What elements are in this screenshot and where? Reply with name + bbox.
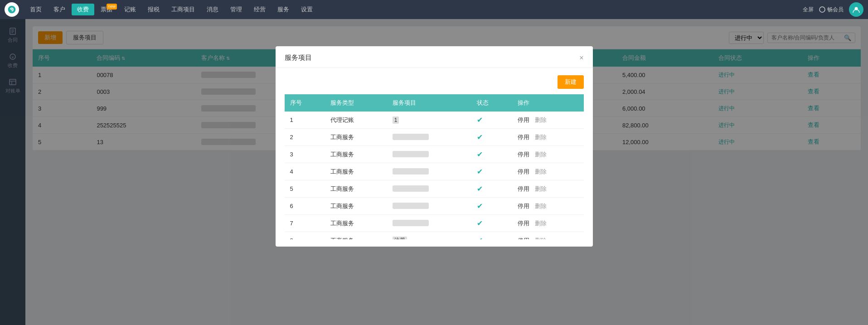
modal-col-seq: 序号 xyxy=(285,94,325,112)
modal-cell-seq: 6 xyxy=(285,198,325,215)
modal-cell-status: ✔ xyxy=(471,198,512,215)
delete-btn[interactable]: 删除 xyxy=(535,116,547,123)
disable-btn[interactable]: 停用 xyxy=(518,203,529,209)
disable-btn[interactable]: 停用 xyxy=(518,151,529,158)
app-logo xyxy=(5,2,19,17)
modal-table-row: 7 工商服务 ✔ 停用 删除 xyxy=(285,215,584,232)
new-badge: new xyxy=(107,4,117,10)
modal-cell-status: ✔ xyxy=(471,112,512,129)
modal-header: 服务项目 × xyxy=(276,46,593,68)
modal-cell-type: 工商服务 xyxy=(325,163,387,180)
modal-cell-actions: 停用 删除 xyxy=(512,129,583,146)
modal-col-type: 服务类型 xyxy=(325,94,387,112)
modal-col-item: 服务项目 xyxy=(387,94,472,112)
nav-bookkeeping[interactable]: 记账 xyxy=(119,4,141,15)
nav-tax[interactable]: 报税 xyxy=(142,4,165,15)
disable-btn[interactable]: 停用 xyxy=(518,185,529,192)
modal-cell-status: ✔ xyxy=(471,129,512,146)
modal-cell-actions: 停用 删除 xyxy=(512,215,583,232)
top-navigation: 首页 客户 收费 票据 new 记账 报税 工商项目 消息 管理 经营 服务 设… xyxy=(0,0,868,19)
modal-overlay[interactable]: 服务项目 × 新建 序号 服务类型 服务项目 状态 操作 xyxy=(0,19,868,325)
modal-toolbar: 新建 xyxy=(285,75,584,89)
modal-table-row: 6 工商服务 ✔ 停用 删除 xyxy=(285,198,584,215)
nav-manage[interactable]: 管理 xyxy=(225,4,247,15)
modal-cell-seq: 2 xyxy=(285,129,325,146)
modal-body: 新建 序号 服务类型 服务项目 状态 操作 1 代理记账 1 ✔ xyxy=(276,68,593,247)
nav-ticket[interactable]: 票据 new xyxy=(95,4,118,15)
modal-cell-status: ✔ xyxy=(471,215,512,232)
modal-cell-status: ✔ xyxy=(471,232,512,240)
disable-btn[interactable]: 停用 xyxy=(518,168,529,175)
disable-btn[interactable]: 停用 xyxy=(518,116,529,123)
modal-cell-seq: 3 xyxy=(285,146,325,163)
svg-point-2 xyxy=(820,7,825,12)
delete-btn[interactable]: 删除 xyxy=(535,237,547,240)
delete-btn[interactable]: 删除 xyxy=(535,134,547,141)
user-avatar[interactable] xyxy=(849,2,863,17)
modal-cell-status: ✔ xyxy=(471,180,512,198)
modal-cell-item xyxy=(387,180,472,198)
nav-settings[interactable]: 设置 xyxy=(296,4,318,15)
modal-service-table: 序号 服务类型 服务项目 状态 操作 1 代理记账 1 ✔ 停用 删除 2 工商… xyxy=(285,94,584,239)
modal-table-row: 1 代理记账 1 ✔ 停用 删除 xyxy=(285,112,584,129)
delete-btn[interactable]: 删除 xyxy=(535,168,547,175)
nav-service[interactable]: 服务 xyxy=(272,4,295,15)
nav-business[interactable]: 工商项目 xyxy=(166,4,200,15)
modal-cell-actions: 停用 删除 xyxy=(512,112,583,129)
modal-cell-item xyxy=(387,129,472,146)
member-btn[interactable]: 畅会员 xyxy=(819,6,844,14)
modal-cell-actions: 停用 删除 xyxy=(512,198,583,215)
top-nav-right: 全屏 畅会员 xyxy=(803,2,863,17)
modal-cell-actions: 停用 删除 xyxy=(512,163,583,180)
disable-btn[interactable]: 停用 xyxy=(518,237,529,240)
modal-cell-type: 代理记账 xyxy=(325,112,387,129)
modal-cell-type: 工商服务 xyxy=(325,198,387,215)
modal-col-status: 状态 xyxy=(471,94,512,112)
disable-btn[interactable]: 停用 xyxy=(518,134,529,141)
modal-cell-item xyxy=(387,198,472,215)
modal-table-row: 3 工商服务 ✔ 停用 删除 xyxy=(285,146,584,163)
modal-cell-actions: 停用 删除 xyxy=(512,146,583,163)
delete-btn[interactable]: 删除 xyxy=(535,151,547,158)
modal-title: 服务项目 xyxy=(285,53,312,62)
modal-table-container: 序号 服务类型 服务项目 状态 操作 1 代理记账 1 ✔ 停用 删除 2 工商… xyxy=(285,94,584,239)
modal-cell-type: 工商服务 xyxy=(325,180,387,198)
modal-cell-type: 工商服务 xyxy=(325,215,387,232)
modal-table-row: 5 工商服务 ✔ 停用 删除 xyxy=(285,180,584,198)
service-modal: 服务项目 × 新建 序号 服务类型 服务项目 状态 操作 xyxy=(276,46,593,247)
modal-cell-status: ✔ xyxy=(471,146,512,163)
modal-close-button[interactable]: × xyxy=(579,54,583,62)
nav-operation[interactable]: 经营 xyxy=(248,4,271,15)
modal-cell-status: ✔ xyxy=(471,163,512,180)
modal-cell-type: 工商服务 xyxy=(325,146,387,163)
modal-cell-item: 1 xyxy=(387,112,472,129)
modal-cell-seq: 8 xyxy=(285,232,325,240)
nav-home[interactable]: 首页 xyxy=(24,4,47,15)
modal-col-action: 操作 xyxy=(512,94,583,112)
disable-btn[interactable]: 停用 xyxy=(518,220,529,227)
modal-cell-item xyxy=(387,146,472,163)
nav-message[interactable]: 消息 xyxy=(201,4,224,15)
nav-customer[interactable]: 客户 xyxy=(48,4,71,15)
delete-btn[interactable]: 删除 xyxy=(535,203,547,209)
nav-fee[interactable]: 收费 xyxy=(72,4,94,15)
modal-cell-seq: 5 xyxy=(285,180,325,198)
modal-cell-item xyxy=(387,215,472,232)
modal-cell-item xyxy=(387,163,472,180)
nav-menu: 首页 客户 收费 票据 new 记账 报税 工商项目 消息 管理 经营 服务 设… xyxy=(24,4,803,15)
fullscreen-btn[interactable]: 全屏 xyxy=(803,6,814,14)
modal-cell-actions: 停用 删除 xyxy=(512,180,583,198)
modal-table-row: 8 工商服务 注册 ✔ 停用 删除 xyxy=(285,232,584,240)
modal-cell-seq: 7 xyxy=(285,215,325,232)
modal-table-row: 2 工商服务 ✔ 停用 删除 xyxy=(285,129,584,146)
modal-cell-actions: 停用 删除 xyxy=(512,232,583,240)
delete-btn[interactable]: 删除 xyxy=(535,220,547,227)
modal-table-row: 4 工商服务 ✔ 停用 删除 xyxy=(285,163,584,180)
delete-btn[interactable]: 删除 xyxy=(535,185,547,192)
modal-cell-item: 注册 xyxy=(387,232,472,240)
modal-new-button[interactable]: 新建 xyxy=(558,75,584,89)
modal-cell-seq: 4 xyxy=(285,163,325,180)
modal-cell-seq: 1 xyxy=(285,112,325,129)
modal-cell-type: 工商服务 xyxy=(325,232,387,240)
svg-point-1 xyxy=(11,9,12,10)
